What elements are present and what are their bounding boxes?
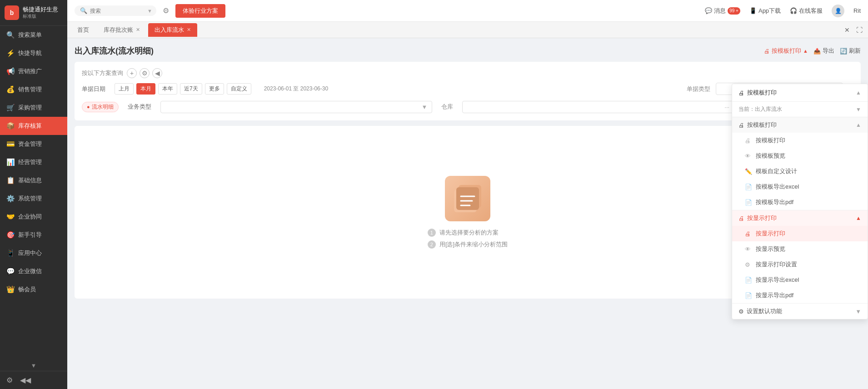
settings-default-icon: ⚙ — [738, 308, 744, 315]
date-btn-more[interactable]: 更多 — [205, 83, 224, 95]
collapse-left-btn[interactable]: ◀ — [152, 68, 162, 78]
empty-hint-2: 2 用[选]条件来缩小分析范围 — [428, 240, 508, 249]
sidebar-settings-icon[interactable]: ⚙ — [6, 376, 13, 384]
empty-icon — [445, 176, 490, 221]
sidebar-item-operation[interactable]: 📊 经营管理 — [0, 153, 67, 171]
custom-icon: ✏️ — [745, 168, 752, 175]
filter-tag-label: 流水明细 — [92, 103, 114, 111]
dropdown-item-display-preview[interactable]: 👁 按显示预览 — [732, 241, 868, 257]
avatar-placeholder: 👤 — [835, 8, 842, 14]
chevron-up-icon: ▲ — [803, 48, 808, 54]
sidebar-menu: 🔍 搜索菜单 ⚡ 快捷导航 📢 营销推广 💰 销售管理 🛒 采购管理 📦 库存核… — [0, 26, 67, 360]
sidebar-item-label: 销售管理 — [18, 85, 42, 94]
tab-batch-close[interactable]: ✕ — [136, 27, 140, 33]
sidebar-item-purchase[interactable]: 🛒 采购管理 — [0, 99, 67, 117]
sidebar-item-label: 基础信息 — [18, 176, 42, 185]
dropdown-display-header[interactable]: 🖨 按显示打印 ▲ — [732, 210, 868, 226]
item-label: 按显示预览 — [756, 245, 785, 253]
search-box[interactable]: 🔍 ▼ — [75, 5, 156, 16]
operation-icon: 📊 — [6, 158, 15, 166]
print-template-btn[interactable]: 🖨 按模板打印 ▲ — [764, 47, 808, 55]
sidebar-item-label: 新手引导 — [18, 231, 42, 239]
dropdown-item-display-settings[interactable]: ⚙ 按显示打印设置 — [732, 257, 868, 272]
search-dropdown-icon: ▼ — [147, 8, 152, 14]
tab-home[interactable]: 首页 — [71, 23, 95, 37]
dropdown-item-template-pdf[interactable]: 📄 按模板导出pdf — [732, 194, 868, 210]
sidebar-item-enterprise[interactable]: 🤝 企业协同 — [0, 208, 67, 226]
message-badge: 99 + — [728, 7, 740, 15]
sidebar-scroll-down[interactable]: ▼ — [0, 360, 67, 371]
sidebar-item-inventory[interactable]: 📦 库存核算 — [0, 117, 67, 135]
tab-close-all-btn[interactable]: ✕ — [843, 25, 852, 35]
industry-btn[interactable]: 体验行业方案 — [175, 4, 225, 18]
topbar-right: 💬 消息 99 + 📱 App下载 🎧 在线客服 👤 Rit — [705, 5, 861, 17]
export-btn[interactable]: 📤 导出 — [813, 47, 834, 55]
sidebar-item-finance[interactable]: 💳 资金管理 — [0, 135, 67, 153]
sidebar-item-system[interactable]: ⚙️ 系统管理 — [0, 190, 67, 208]
sidebar-item-label: 库存核算 — [18, 122, 42, 130]
tab-batch[interactable]: 库存批次账 ✕ — [97, 23, 146, 37]
footer-chevron: ▼ — [855, 308, 861, 315]
user-avatar[interactable]: 👤 — [832, 5, 844, 17]
app-download-icon: 📱 — [749, 7, 757, 14]
item-label: 模板自定义设计 — [756, 167, 797, 175]
sidebar-item-label: 企业微信 — [18, 267, 42, 275]
search-input[interactable] — [90, 8, 145, 14]
message-btn[interactable]: 💬 消息 99 + — [705, 7, 740, 15]
print-icon: 🖨 — [745, 137, 752, 144]
sidebar-item-label: 畅会员 — [18, 285, 36, 294]
dropdown-item-display-excel[interactable]: 📄 按显示导出excel — [732, 272, 868, 288]
date-btn-last-month[interactable]: 上月 — [115, 83, 134, 95]
sidebar-item-sales[interactable]: 💰 销售管理 — [0, 80, 67, 99]
sidebar-item-search[interactable]: 🔍 搜索菜单 — [0, 26, 67, 44]
marketing-icon: 📢 — [6, 67, 15, 75]
dropdown-current-chevron[interactable]: ▼ — [856, 106, 861, 113]
sidebar-item-shortcut[interactable]: ⚡ 快捷导航 — [0, 44, 67, 62]
dropdown-item-display-print[interactable]: 🖨 按显示打印 — [732, 226, 868, 241]
tab-flow[interactable]: 出入库流水 ✕ — [148, 23, 197, 37]
content-area: 出入库流水(流水明细) 🖨 按模板打印 ▲ 📤 导出 🔄 刷新 — [67, 38, 868, 389]
print-icon: 🖨 — [764, 48, 770, 55]
dropdown-template-header[interactable]: 🖨 按模板打印 ▲ — [732, 117, 868, 133]
date-btn-this-month[interactable]: 本月 — [136, 83, 155, 95]
app-download-btn[interactable]: 📱 App下载 — [749, 7, 781, 15]
tab-flow-close[interactable]: ✕ — [187, 27, 191, 33]
pdf-icon: 📄 — [745, 199, 752, 206]
bill-type-label: 单据类型 — [687, 85, 710, 93]
hint-num-2: 2 — [428, 240, 436, 249]
dropdown-item-template-print[interactable]: 🖨 按模板打印 — [732, 133, 868, 148]
sidebar-item-wechat[interactable]: 💬 企业微信 — [0, 262, 67, 280]
sidebar-item-guide[interactable]: 🎯 新手引导 — [0, 226, 67, 244]
online-service-btn[interactable]: 🎧 在线客服 — [790, 7, 823, 15]
dropdown-item-display-pdf[interactable]: 📄 按显示导出pdf — [732, 288, 868, 303]
tab-expand-btn[interactable]: ⛶ — [854, 25, 864, 35]
sidebar-item-base[interactable]: 📋 基础信息 — [0, 171, 67, 190]
shortcut-icon: ⚡ — [6, 49, 15, 57]
sales-icon: 💰 — [6, 85, 15, 94]
dropdown-item-template-custom[interactable]: ✏️ 模板自定义设计 — [732, 164, 868, 179]
warehouse-input[interactable]: ··· — [462, 101, 734, 113]
dropdown-panel: 🖨 按模板打印 ▲ 当前：出入库流水 ▼ 🖨 按模板打印 — [732, 84, 868, 319]
add-condition-btn[interactable]: + — [127, 68, 137, 78]
refresh-btn[interactable]: 🔄 刷新 — [840, 47, 861, 55]
search-icon: 🔍 — [6, 31, 15, 39]
sidebar-item-label: 应用中心 — [18, 249, 42, 257]
member-icon: 👑 — [6, 285, 15, 294]
dropdown-footer[interactable]: ⚙ 设置默认功能 ▼ — [732, 304, 868, 319]
date-btn-this-year[interactable]: 本年 — [158, 83, 177, 95]
topbar-gear-icon[interactable]: ⚙ — [163, 6, 169, 15]
dropdown-header-chevron[interactable]: ▲ — [856, 90, 861, 96]
empty-hints: 1 请先选择要分析的方案 2 用[选]条件来缩小分析范围 — [428, 229, 508, 249]
sidebar-item-member[interactable]: 👑 畅会员 — [0, 280, 67, 299]
settings-condition-btn[interactable]: ⚙ — [140, 68, 150, 78]
footer-label: 设置默认功能 — [747, 307, 782, 315]
dropdown-item-template-preview[interactable]: 👁 按模板预览 — [732, 148, 868, 164]
date-btn-7days[interactable]: 近7天 — [180, 83, 202, 95]
dropdown-item-template-excel[interactable]: 📄 按模板导出excel — [732, 179, 868, 194]
apps-icon: 📱 — [6, 249, 15, 257]
sidebar-collapse-icon[interactable]: ◀◀ — [20, 376, 31, 384]
sidebar-item-marketing[interactable]: 📢 营销推广 — [0, 62, 67, 80]
biz-type-input[interactable]: ▼ — [160, 101, 433, 113]
date-btn-custom[interactable]: 自定义 — [227, 83, 251, 95]
sidebar-item-apps[interactable]: 📱 应用中心 — [0, 244, 67, 262]
